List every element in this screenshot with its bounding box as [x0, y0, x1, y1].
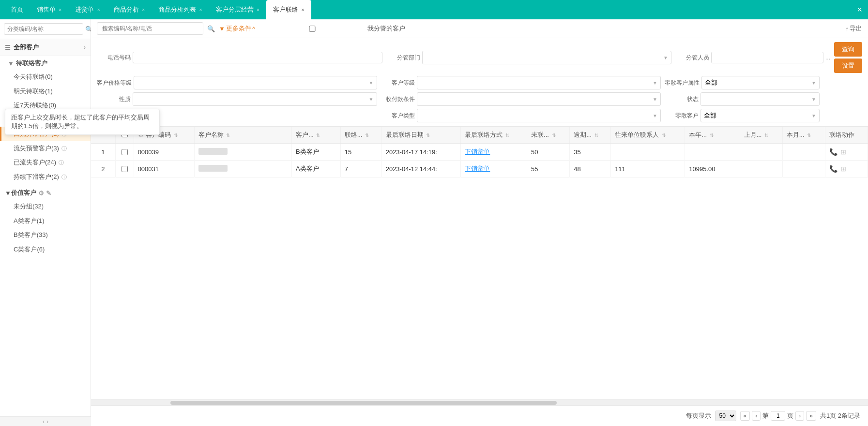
prev-page-btn[interactable]: ‹: [752, 411, 761, 421]
retail-customer-select[interactable]: 全部 ▼: [700, 109, 820, 122]
row2-grid-icon[interactable]: ⊞: [840, 165, 846, 173]
row1-name: [194, 144, 291, 161]
row1-actions: 📞 ⊞: [825, 144, 868, 161]
sidebar-tomorrow-contact[interactable]: 明天待联络(1): [0, 84, 91, 99]
customer-type-select[interactable]: ▼: [417, 109, 661, 122]
sort-contacts-icon: ⇅: [662, 132, 666, 138]
sidebar-b-class[interactable]: B类客户(33): [0, 228, 91, 242]
row2-phone-icon[interactable]: 📞: [829, 165, 838, 173]
sidebar-scroll-right[interactable]: ›: [46, 418, 48, 425]
status-arrow-icon: ▼: [811, 97, 816, 102]
next-page-btn[interactable]: ›: [795, 411, 804, 421]
value-group-settings-icon[interactable]: ⚙: [38, 190, 44, 197]
th-last-month[interactable]: 上月... ⇅: [740, 127, 782, 144]
th-contact-count[interactable]: 联络... ⇅: [340, 127, 381, 144]
close-analysis-list-icon[interactable]: ×: [199, 7, 202, 13]
settings-button[interactable]: 设置: [834, 59, 862, 73]
window-close-icon[interactable]: ×: [857, 5, 862, 15]
main-layout: 🔍 ☰ 全部客户 › ▼ 待联络客户 今天待联络(0) 明天待联络(1) 近7天…: [0, 19, 868, 426]
value-group-edit-icon[interactable]: ✎: [46, 190, 51, 197]
nature-select[interactable]: ▼: [133, 92, 377, 106]
nav-customer-tier[interactable]: 客户分层经营 ×: [209, 0, 266, 19]
price-level-select[interactable]: ▼: [134, 76, 377, 89]
th-this-year[interactable]: 本年... ⇅: [685, 127, 740, 144]
sidebar-search-area: 🔍: [0, 19, 91, 39]
customer-level-select[interactable]: ▼: [417, 76, 661, 89]
close-purchase-icon[interactable]: ×: [97, 7, 100, 13]
row2-this-year: 10995.00: [685, 161, 740, 177]
th-last-date[interactable]: 最后联络日期 ⇅: [381, 127, 461, 144]
page-number-input[interactable]: [771, 411, 785, 421]
sidebar-search-input[interactable]: [4, 23, 83, 35]
search-icon[interactable]: 🔍: [207, 25, 215, 32]
sort-tmonth-icon: ⇅: [807, 132, 811, 138]
th-unreached[interactable]: 未联... ⇅: [527, 127, 570, 144]
nav-customer-contact[interactable]: 客户联络 ×: [266, 0, 311, 19]
th-overdue[interactable]: 逾期... ⇅: [570, 127, 611, 144]
nav-purchase[interactable]: 进货单 ×: [68, 0, 107, 19]
close-tier-icon[interactable]: ×: [257, 7, 259, 13]
table-row: 1 000039 B类客户 15 2023-04-17 14:19:: [91, 144, 868, 161]
sidebar-c-class[interactable]: C类客户(6): [0, 242, 91, 257]
nature-arrow-icon: ▼: [369, 97, 374, 102]
row1-method-link[interactable]: 下销货单: [465, 148, 490, 155]
my-customers-checkbox-label[interactable]: 我分管的客户: [259, 24, 405, 33]
phone-input[interactable]: [133, 52, 382, 63]
nav-sales[interactable]: 销售单 ×: [30, 0, 68, 19]
nav-analysis-list[interactable]: 商品分析列表 ×: [152, 0, 209, 19]
close-contact-icon[interactable]: ×: [301, 7, 304, 13]
row1-overdue: 35: [570, 144, 611, 161]
sidebar-scroll-left[interactable]: ‹: [43, 418, 45, 425]
scrollbar-thumb[interactable]: [170, 401, 557, 405]
query-button[interactable]: 查询: [834, 42, 862, 57]
close-analysis-icon[interactable]: ×: [142, 7, 145, 13]
sidebar-declining[interactable]: 持续下滑客户(2) ⓘ: [0, 170, 91, 184]
row2-contact: 7: [340, 161, 381, 177]
sidebar-a-class[interactable]: A类客户(1): [0, 214, 91, 228]
nav-analysis[interactable]: 商品分析 ×: [107, 0, 152, 19]
search-input[interactable]: [97, 22, 203, 35]
status-select[interactable]: ▼: [700, 92, 820, 106]
row2-overdue: 48: [570, 161, 611, 177]
value-customer-group[interactable]: ▼ 价值客户 ⚙ ✎: [0, 186, 91, 199]
first-page-btn[interactable]: «: [740, 411, 750, 421]
row2-checkbox[interactable]: [122, 166, 128, 172]
more-conditions-btn[interactable]: ▼ 更多条件 ^: [219, 24, 255, 33]
sidebar-expand-icon[interactable]: ›: [84, 44, 86, 51]
my-customers-checkbox[interactable]: [259, 26, 365, 32]
th-name[interactable]: 客户名称 ⇅: [194, 127, 291, 144]
total-label: 共1页 2条记录: [820, 411, 860, 420]
filter-retail-attr: 零散客户属性 全部 ▼: [665, 76, 820, 89]
th-this-month[interactable]: 本月... ⇅: [782, 127, 825, 144]
th-unit-contacts[interactable]: 往来单位联系人 ⇅: [611, 127, 685, 144]
row1-grid-icon[interactable]: ⊞: [840, 148, 846, 156]
sidebar-today-contact[interactable]: 今天待联络(0): [0, 70, 91, 84]
sidebar-unclassified[interactable]: 未分组(32): [0, 199, 91, 214]
payment-select[interactable]: ▼: [417, 92, 661, 106]
sidebar-churn-warning[interactable]: 流失预警客户(3) ⓘ: [0, 141, 91, 156]
sidebar-churned[interactable]: 已流失客户(24) ⓘ: [0, 155, 91, 170]
row1-this-month: [782, 144, 825, 161]
manager-input[interactable]: [711, 52, 823, 63]
per-page-select[interactable]: 50: [715, 411, 736, 421]
th-category[interactable]: 客户... ⇅: [292, 127, 341, 144]
all-customers-header[interactable]: ☰ 全部客户 ›: [0, 39, 91, 56]
manager-dots-btn[interactable]: ...: [825, 54, 830, 61]
pending-contact-group[interactable]: ▼ 待联络客户: [0, 56, 91, 70]
row1-checkbox[interactable]: [122, 149, 128, 155]
row2-method-link[interactable]: 下销货单: [465, 165, 490, 172]
th-last-method[interactable]: 最后联络方式 ⇅: [461, 127, 527, 144]
retail-attr-select[interactable]: 全部 ▼: [701, 76, 820, 89]
info-icon-2: ⓘ: [59, 160, 64, 165]
sidebar-search-icon[interactable]: 🔍: [85, 26, 91, 33]
horizontal-scrollbar[interactable]: [91, 399, 868, 405]
dept-select[interactable]: ▼: [422, 51, 672, 64]
nav-home[interactable]: 首页: [4, 0, 30, 19]
filter-bar: 🔍 ▼ 更多条件 ^ 我分管的客户 ↑ 导出: [91, 19, 868, 38]
row2-unit-contacts: 111: [611, 161, 685, 177]
row2-num: 2: [91, 161, 115, 177]
export-btn[interactable]: ↑ 导出: [846, 24, 863, 33]
close-sales-icon[interactable]: ×: [59, 7, 61, 13]
last-page-btn[interactable]: »: [806, 411, 816, 421]
row1-phone-icon[interactable]: 📞: [829, 148, 838, 156]
